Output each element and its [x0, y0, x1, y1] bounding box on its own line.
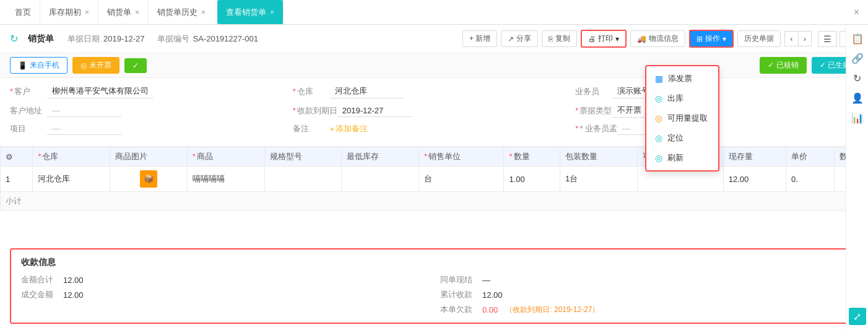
col-warehouse: 仓库 [33, 147, 110, 167]
payment-grid: 金额合计 12.00 同单现结 — 成交金额 12.00 累计收款 12.00 … [21, 274, 847, 315]
window-close-button[interactable]: × [851, 4, 862, 20]
nav-next-button[interactable]: › [799, 31, 812, 46]
menu-add-invoice[interactable]: ▦ 添发票 [646, 69, 718, 89]
warehouse-value[interactable]: 河北仓库 [330, 84, 404, 98]
tab-sales-order-history-close[interactable]: × [201, 8, 206, 17]
payment-cumulative-value: 12.00 [482, 290, 503, 300]
sidebar-icon-3[interactable]: ↻ [849, 69, 866, 87]
sidebar-icon-5[interactable]: 📊 [849, 109, 866, 126]
ticket-icon: ◎ [80, 61, 87, 70]
share-button[interactable]: ↗ 分享 [501, 30, 538, 47]
tab-sales-order[interactable]: 销货单 × [98, 0, 149, 24]
row-warehouse[interactable]: 河北仓库 [33, 167, 110, 192]
data-table: ⚙ 仓库 商品图片 商品 规格型号 最低库存 销售单位 数量 包装数量 可用量 … [0, 147, 868, 211]
right-sidebar: 📋 🔗 ↻ 👤 📊 ⤢ [846, 25, 868, 330]
project-value[interactable]: — [47, 123, 121, 135]
payment-transaction-value: 12.00 [63, 290, 84, 300]
row-pkg-qty[interactable]: 1台 [560, 167, 637, 192]
locate-label: 定位 [667, 132, 684, 144]
address-field: 客户地址 — [10, 105, 293, 117]
address-value[interactable]: — [47, 105, 121, 117]
row-product[interactable]: 嗝嗝嗝嗝 [187, 167, 264, 192]
nav-prev-button[interactable]: ‹ [784, 31, 798, 46]
logistics-button[interactable]: 🚚 物流信息 [630, 30, 685, 47]
print-button[interactable]: 🖨 打印 ▾ [581, 30, 627, 48]
ops-dropdown-arrow[interactable]: ▾ [723, 35, 726, 43]
sidebar-expand-icon[interactable]: ⤢ [849, 308, 866, 325]
form-row-2: 客户地址 — 收款到期日 2019-12-27 票据类型 不开票 [10, 103, 858, 118]
payment-same-order-value: — [482, 276, 490, 285]
tab-home[interactable]: 首页 [6, 0, 40, 24]
table-row: 1 河北仓库 📦 嗝嗝嗝嗝 台 1.00 1台 12.00 0. [1, 167, 868, 192]
copy-button[interactable]: ⎘ 复制 [542, 30, 577, 47]
customer-field: 客户 柳州粤港平安气体有限公司 [10, 84, 293, 98]
subtotal-label: 小计 [1, 192, 868, 211]
row-stock-qty[interactable]: 12.00 [723, 167, 786, 192]
tab-sales-order-label: 销货单 [107, 7, 131, 18]
col-qty: 数量 [504, 147, 560, 167]
ops-dropdown-menu: ▦ 添发票 ◎ 出库 ◎ 可用量提取 ◎ 定位 ◎ 刷新 [645, 65, 719, 172]
tab-inventory-init-close[interactable]: × [85, 8, 89, 17]
col-unit: 销售单位 [419, 147, 504, 167]
customer-value[interactable]: 柳州粤港平安气体有限公司 [47, 84, 154, 98]
copy-button-label: 复制 [555, 33, 570, 44]
col-product: 商品 [187, 147, 264, 167]
history-button[interactable]: 历史单据 [737, 30, 781, 47]
payment-cumulative-label: 累计收款 [440, 289, 477, 300]
row-min-stock[interactable] [342, 167, 419, 192]
doc-date-field: 单据日期 2019-12-27 [67, 33, 145, 45]
from-phone-button[interactable]: 📱 来自手机 [10, 57, 67, 74]
tab-view-sales-order-label: 查看销货单 [226, 7, 266, 18]
tab-view-sales-order-close[interactable]: × [270, 8, 274, 17]
product-image: 📦 [140, 170, 157, 188]
add-note-button[interactable]: + 添加备注 [330, 123, 368, 134]
already-sold-button[interactable]: ✓ 已核销 [760, 57, 806, 74]
tab-sales-order-history[interactable]: 销货单历史 × [149, 0, 215, 24]
doc-date-label: 单据日期 [67, 33, 100, 45]
payment-title: 收款信息 [21, 257, 847, 268]
payment-same-order-label: 同单现结 [440, 274, 477, 285]
col-pkg-qty: 包装数量 [560, 147, 637, 167]
from-phone-label: 来自手机 [30, 60, 59, 71]
col-stock-qty: 现存量 [723, 147, 786, 167]
doc-meta: 单据日期 2019-12-27 单据编号 SA-20191227-001 [67, 33, 258, 45]
main-content: ↻ 销货单 单据日期 2019-12-27 单据编号 SA-20191227-0… [0, 25, 868, 330]
tab-inventory-init[interactable]: 库存期初 × [40, 0, 98, 24]
locate-icon: ◎ [655, 133, 662, 143]
tab-sales-order-close[interactable]: × [135, 8, 139, 17]
list-view-icon[interactable]: ☰ [818, 31, 837, 47]
menu-outbound[interactable]: ◎ 出库 [646, 89, 718, 108]
row-spec[interactable] [264, 167, 342, 192]
row-qty[interactable]: 1.00 [504, 167, 560, 192]
payment-owed-value: 0.00 [482, 305, 498, 315]
row-unit-price[interactable]: 0. [786, 167, 835, 192]
note-field: 备注 + 添加备注 [293, 123, 576, 134]
sidebar-icon-4[interactable]: 👤 [849, 89, 866, 106]
check-button[interactable]: ✓ [124, 58, 147, 73]
payment-date-value[interactable]: 2019-12-27 [337, 105, 412, 117]
doc-date-value: 2019-12-27 [103, 34, 145, 43]
ticket-type-label: 票据类型 [575, 105, 612, 116]
customer-label: 客户 [10, 86, 47, 97]
payment-total-value: 12.00 [63, 276, 84, 285]
note-label: 备注 [293, 123, 330, 134]
payment-total-label: 金额合计 [21, 274, 58, 285]
share-button-label: 分享 [516, 33, 531, 44]
sidebar-icon-2[interactable]: 🔗 [849, 50, 866, 67]
new-button[interactable]: + 新增 [462, 30, 497, 47]
col-settings[interactable]: ⚙ [1, 147, 33, 167]
menu-refresh[interactable]: ◎ 刷新 [646, 148, 718, 168]
tab-view-sales-order[interactable]: 查看销货单 × [217, 0, 284, 24]
row-unit[interactable]: 台 [419, 167, 504, 192]
not-open-ticket-button[interactable]: ◎ 未开票 [72, 57, 119, 74]
print-dropdown-arrow[interactable]: ▾ [615, 35, 619, 43]
payment-owed-label: 本单欠款 [440, 304, 477, 315]
sidebar-icon-1[interactable]: 📋 [849, 30, 866, 47]
doc-type-icon: ↻ [10, 33, 18, 45]
menu-locate[interactable]: ◎ 定位 [646, 128, 718, 148]
form-section: 客户 柳州粤港平安气体有限公司 仓库 河北仓库 业务员 演示账号 客户地址 — … [0, 78, 868, 147]
ops-button[interactable]: ⊞ 操作 ▾ [689, 30, 734, 48]
payment-same-order-row: 同单现结 — [440, 274, 847, 285]
row-image: 📦 [110, 167, 188, 192]
menu-available-qty[interactable]: ◎ 可用量提取 [646, 108, 718, 128]
